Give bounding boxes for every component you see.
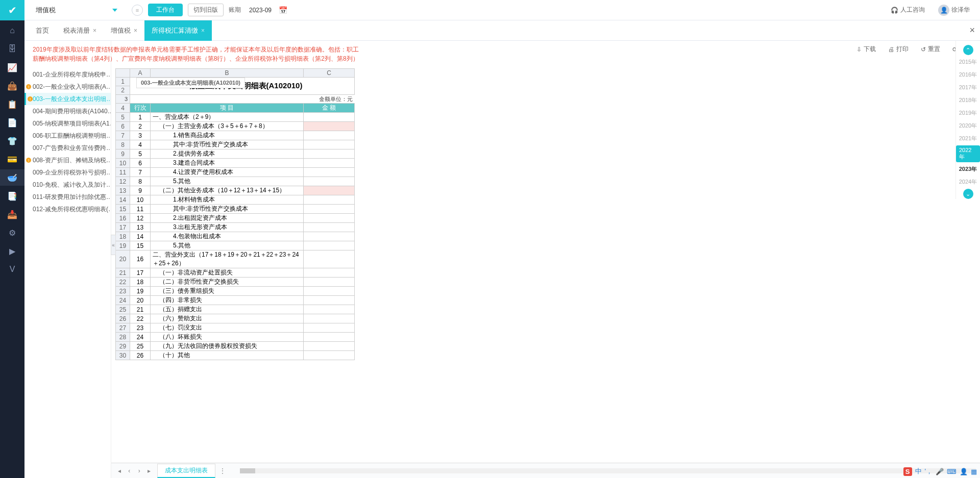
cell-amount[interactable]: [304, 323, 355, 333]
ime-grid-icon[interactable]: ▦: [971, 468, 977, 475]
cell-amount[interactable]: [304, 305, 355, 314]
cell-line-no[interactable]: 2: [130, 122, 151, 131]
cell-item[interactable]: （七）罚没支出: [151, 323, 304, 333]
nav-gear-icon[interactable]: ⚙: [0, 224, 24, 241]
row-number[interactable]: 11: [116, 168, 130, 177]
cell-line-no[interactable]: 12: [130, 214, 151, 223]
nav-home-icon[interactable]: ⌂: [0, 22, 24, 39]
row-number[interactable]: 13: [116, 186, 130, 195]
nav-bag-icon[interactable]: 👜: [0, 78, 24, 94]
cell-item[interactable]: （三）债务重组损失: [151, 287, 304, 296]
cell-line-no[interactable]: 18: [130, 278, 151, 287]
horizontal-scrollbar[interactable]: [240, 468, 976, 473]
row-number[interactable]: 24: [116, 296, 130, 305]
row-number[interactable]: 19: [116, 241, 130, 250]
collapse-handle[interactable]: «: [111, 235, 116, 255]
cell-amount[interactable]: [304, 195, 355, 205]
cell-amount[interactable]: [304, 140, 355, 149]
cell-amount[interactable]: [304, 351, 355, 360]
cell-item[interactable]: （一）主营业务成本（3＋5＋6＋7＋8）: [151, 122, 304, 131]
form-list-item[interactable]: 003-一般企业成本支出明细…: [24, 93, 111, 105]
ime-keyboard-icon[interactable]: ⌨: [947, 468, 957, 475]
year-option[interactable]: 2015年: [959, 56, 977, 68]
cell-item[interactable]: 其中:非货币性资产交换成本: [151, 140, 304, 149]
cell-item[interactable]: 1.销售商品成本: [151, 131, 304, 140]
switch-old-button[interactable]: 切到旧版: [188, 4, 224, 16]
col-header-b[interactable]: B: [151, 69, 304, 78]
ime-punct-icon[interactable]: '，: [925, 467, 933, 476]
cell-item[interactable]: 3.出租无形资产成本: [151, 223, 304, 232]
tab-close-icon[interactable]: ×: [134, 27, 137, 34]
row-number[interactable]: 28: [116, 333, 130, 342]
row-number[interactable]: 15: [116, 205, 130, 214]
close-all-icon[interactable]: ×: [969, 25, 975, 36]
cell-item[interactable]: 一、营业成本（2＋9）: [151, 113, 304, 122]
sheet-tab-menu-icon[interactable]: ⋮: [219, 467, 226, 474]
cell-amount[interactable]: [304, 168, 355, 177]
cell-amount[interactable]: [304, 149, 355, 159]
tab-税表清册[interactable]: 税表清册×: [56, 20, 104, 41]
cell-item[interactable]: （九）无法收回的债券股权投资损失: [151, 342, 304, 351]
cell-amount[interactable]: [304, 241, 355, 250]
row-number[interactable]: 6: [116, 122, 130, 131]
cell-amount[interactable]: [304, 314, 355, 323]
support-link[interactable]: 🎧 人工咨询: [887, 6, 929, 14]
row-number[interactable]: 23: [116, 287, 130, 296]
year-down-icon[interactable]: ⌄: [963, 189, 973, 199]
form-list-item[interactable]: 008-资产折旧、摊销及纳税…: [24, 154, 111, 166]
cell-amount[interactable]: [304, 177, 355, 186]
cell-line-no[interactable]: 9: [130, 186, 151, 195]
cell-amount[interactable]: [304, 268, 355, 278]
cell-amount[interactable]: [304, 205, 355, 214]
row-number[interactable]: 9: [116, 149, 130, 159]
cell-line-no[interactable]: 4: [130, 140, 151, 149]
cell-item[interactable]: 5.其他: [151, 241, 304, 250]
row-number[interactable]: 17: [116, 223, 130, 232]
cell-amount[interactable]: [304, 278, 355, 287]
nav-tax-icon[interactable]: 🥣: [0, 169, 24, 186]
sheet-tab-active[interactable]: 成本支出明细表: [157, 464, 215, 478]
row-number[interactable]: 25: [116, 305, 130, 314]
cell-item[interactable]: 2.出租固定资产成本: [151, 214, 304, 223]
year-option[interactable]: 2021年: [959, 133, 977, 144]
cell-line-no[interactable]: 22: [130, 314, 151, 323]
tab-close-icon[interactable]: ×: [93, 27, 96, 34]
nav-doc-icon[interactable]: 📄: [0, 114, 24, 131]
row-number[interactable]: 8: [116, 140, 130, 149]
cell-line-no[interactable]: 14: [130, 232, 151, 241]
cell-line-no[interactable]: 26: [130, 351, 151, 360]
cell-line-no[interactable]: 8: [130, 177, 151, 186]
cell-line-no[interactable]: 20: [130, 296, 151, 305]
form-list-item[interactable]: 005-纳税调整项目明细表(A1…: [24, 117, 111, 130]
doc-icon[interactable]: ≡: [132, 5, 143, 16]
year-option[interactable]: 2024年: [959, 176, 977, 188]
cell-item[interactable]: 4.包装物出租成本: [151, 232, 304, 241]
cell-item[interactable]: 1.材料销售成本: [151, 195, 304, 205]
form-list-item[interactable]: 007-广告费和业务宣传费跨…: [24, 142, 111, 154]
form-list-item[interactable]: 012-减免所得税优惠明细表(…: [24, 203, 111, 215]
sheet-nav-first-icon[interactable]: ◂: [115, 467, 124, 474]
cell-item[interactable]: （五）捐赠支出: [151, 305, 304, 314]
cell-line-no[interactable]: 5: [130, 149, 151, 159]
cell-line-no[interactable]: 25: [130, 342, 151, 351]
tab-增值税[interactable]: 增值税×: [104, 20, 144, 41]
cell-amount[interactable]: [304, 232, 355, 241]
year-up-icon[interactable]: ⌃: [963, 45, 973, 55]
year-option[interactable]: 2023年: [959, 163, 977, 175]
cell-item[interactable]: （四）非常损失: [151, 296, 304, 305]
cell-line-no[interactable]: 21: [130, 305, 151, 314]
row-number[interactable]: 27: [116, 323, 130, 333]
user-menu[interactable]: 👤 徐泽华: [934, 5, 974, 16]
cell-amount[interactable]: [304, 186, 355, 195]
form-list-item[interactable]: 011-研发费用加计扣除优惠…: [24, 191, 111, 203]
form-list-item[interactable]: 009-企业所得税弥补亏损明…: [24, 166, 111, 179]
cell-line-no[interactable]: 23: [130, 323, 151, 333]
form-list-item[interactable]: 010-免税、减计收入及加计…: [24, 179, 111, 191]
cell-line-no[interactable]: 16: [130, 250, 151, 268]
nav-card-icon[interactable]: 💳: [0, 151, 24, 167]
row-number[interactable]: 29: [116, 342, 130, 351]
cell-item[interactable]: （六）赞助支出: [151, 314, 304, 323]
sheet-nav-next-icon[interactable]: ›: [135, 467, 143, 474]
cell-amount[interactable]: [304, 342, 355, 351]
row-number[interactable]: 20: [116, 250, 130, 268]
